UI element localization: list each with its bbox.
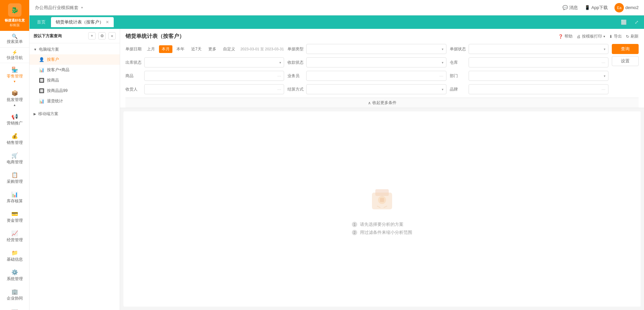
tab-close-icon[interactable]: ✕ — [106, 20, 109, 24]
marketing-label: 营销推广 — [7, 120, 23, 126]
settlement-input[interactable]: ▾ — [306, 84, 446, 94]
date-btn-last-7[interactable]: 近7天 — [189, 45, 204, 53]
collapse-panel-btn[interactable]: « — [108, 32, 116, 40]
query-button[interactable]: 查询 — [612, 44, 639, 54]
tree-section-desktop: ▼ 电脑端方案 👤 按客户 📊 按客户+商品 🔲 按商品 🔲 按商品 — [30, 43, 120, 108]
sidebar-item-retail[interactable]: 🏪 零售管理 ▼ — [0, 63, 29, 87]
tab-sales-stats[interactable]: 销货单统计表（按客户） ✕ — [51, 17, 114, 27]
sidebar-item-basic[interactable]: 📁 基础信息 — [0, 246, 29, 266]
left-panel-title: 按以下方案查询 — [34, 33, 86, 39]
settlement-arrow: ▾ — [442, 88, 443, 91]
wholesale-label: 批发管理 — [7, 97, 23, 103]
tab-minimize-icon[interactable]: ⬜ — [618, 19, 629, 25]
sidebar-item-wholesale[interactable]: 📦 批发管理 ▲ — [0, 87, 29, 110]
product-dots: ··· — [277, 73, 281, 79]
ecommerce-icon: 🛒 — [11, 152, 18, 159]
by-product-label: 按商品 — [47, 78, 59, 83]
industry-dropdown-arrow[interactable]: ▾ — [81, 6, 83, 9]
sidebar-item-marketing[interactable]: 📢 营销推广 — [0, 110, 29, 130]
date-btn-this-month[interactable]: 本月 — [159, 45, 172, 53]
message-btn[interactable]: 💬 消息 — [562, 5, 578, 11]
out-status-arrow: ▾ — [279, 61, 281, 64]
sidebar-item-purchase[interactable]: 📋 采购管理 — [0, 168, 29, 188]
collapse-button[interactable]: ∧ 收起更多条件 — [368, 100, 396, 106]
tab-fullscreen-icon[interactable]: ⤢ — [632, 19, 641, 25]
sidebar-item-finance[interactable]: 💳 资金管理 — [0, 207, 29, 227]
payment-status-label: 收款状态 — [287, 60, 304, 65]
left-panel: 按以下方案查询 + ⚙ « ▼ 电脑端方案 👤 按客户 📊 按客户+商品 — [30, 29, 120, 310]
doc-status-input[interactable]: ▾ — [469, 44, 608, 54]
sidebar-item-sales[interactable]: 💰 销售管理 — [0, 130, 29, 149]
sidebar-item-ecommerce[interactable]: 🛒 电商管理 — [0, 149, 29, 168]
help-btn[interactable]: ❓ 帮助 — [558, 34, 573, 39]
sidebar-nav[interactable]: ⚡ 快捷导航 — [0, 48, 29, 63]
staff-input[interactable]: ··· — [306, 71, 446, 81]
sidebar-item-inventory[interactable]: 📊 库存核算 — [0, 188, 29, 207]
template-print-icon: 🖨 — [577, 34, 581, 39]
filter-row-4: 收货人 ··· 结算方式 ▾ — [125, 84, 608, 94]
date-btn-custom[interactable]: 自定义 — [220, 45, 238, 53]
brand-label: 品牌 — [450, 87, 467, 92]
enterprise-label: 企业协同 — [7, 296, 23, 301]
basic-label: 基础信息 — [7, 257, 23, 262]
top-header: 办公用品行业模拟账套 ▾ 💬 消息 📱 App下载 Ea demo2 — [30, 0, 644, 15]
sidebar-item-guide[interactable]: 📖 新手引导 — [0, 305, 29, 310]
enterprise-icon: 🏢 — [11, 289, 18, 295]
sidebar-item-enterprise[interactable]: 🏢 企业协同 — [0, 285, 29, 305]
tree-group-mobile[interactable]: ▶ 移动端方案 — [30, 109, 120, 119]
filter-staff: 业务员 ··· — [287, 71, 446, 81]
return-stats-label: 退货统计 — [47, 98, 63, 104]
tree-item-by-product[interactable]: 🔲 按商品 — [30, 75, 120, 86]
user-menu[interactable]: Ea demo2 — [614, 3, 639, 12]
doc-status-arrow: ▾ — [604, 47, 605, 51]
edit-scheme-btn[interactable]: ⚙ — [98, 32, 106, 40]
template-print-btn[interactable]: 🖨 按模板打印 ▾ — [577, 34, 605, 39]
by-product-icon: 🔲 — [39, 78, 44, 83]
add-scheme-btn[interactable]: + — [88, 32, 96, 40]
avatar: Ea — [614, 3, 624, 12]
filter-area: 销货单统计表（按客户） ❓ 帮助 🖨 按模板打印 ▾ ⬇ — [120, 29, 644, 108]
date-btn-more[interactable]: 更多 — [206, 45, 219, 53]
app-download-icon: 📱 — [585, 5, 590, 10]
message-icon: 💬 — [562, 5, 568, 10]
tree-arrow-desktop: ▼ — [34, 48, 37, 51]
filter-doc-status: 单据状态 ▾ — [450, 44, 608, 54]
receiver-input[interactable]: ··· — [144, 84, 284, 94]
inventory-label: 库存核算 — [7, 198, 23, 204]
help-label: 帮助 — [565, 34, 573, 39]
settings-button[interactable]: 设置 — [612, 56, 639, 66]
out-status-label: 出库状态 — [125, 60, 142, 65]
help-icon: ❓ — [558, 34, 563, 39]
warehouse-input[interactable]: ··· — [469, 57, 608, 67]
date-btn-last-month[interactable]: 上月 — [144, 45, 158, 53]
tree-group-desktop-label: 电脑端方案 — [39, 47, 59, 52]
department-arrow: ▾ — [604, 74, 605, 78]
system-icon: ⚙️ — [11, 269, 18, 275]
by-customer-icon: 👤 — [39, 57, 44, 62]
sidebar-search[interactable]: 🔍 搜索菜单 — [0, 31, 29, 48]
user-label: demo2 — [625, 5, 639, 10]
payment-status-input[interactable]: ▾ — [306, 57, 446, 67]
sidebar-item-system[interactable]: ⚙️ 系统管理 — [0, 266, 29, 285]
app-download-btn[interactable]: 📱 App下载 — [585, 5, 608, 11]
brand-input[interactable]: ··· — [469, 84, 608, 94]
tree-item-by-product-99[interactable]: 🔲 按商品品99 — [30, 86, 120, 96]
filter-date: 单据日期 上月 本月 本年 近7天 更多 自定义 2023-03-01 至 20… — [125, 45, 284, 53]
page-title-row: 销货单统计表（按客户） ❓ 帮助 🖨 按模板打印 ▾ ⬇ — [125, 33, 639, 40]
tree-item-return-stats[interactable]: 📊 退货统计 — [30, 96, 120, 106]
tree-group-desktop[interactable]: ▼ 电脑端方案 — [30, 45, 120, 54]
department-input[interactable]: ▾ — [469, 71, 608, 81]
date-btn-this-year[interactable]: 本年 — [174, 45, 187, 53]
tab-home[interactable]: 首页 — [32, 17, 50, 27]
tree-item-customer-product[interactable]: 📊 按客户+商品 — [30, 65, 120, 75]
out-status-input[interactable]: ▾ — [144, 57, 284, 67]
refresh-btn[interactable]: ↻ 刷新 — [626, 34, 639, 39]
filter-row-3: 商品 ··· 业务员 ··· — [125, 71, 608, 81]
sidebar-item-operations[interactable]: 📈 经营管理 — [0, 227, 29, 246]
doc-type-input[interactable]: ▾ — [306, 44, 446, 54]
product-input[interactable]: ··· — [144, 71, 284, 81]
empty-state: 1 请先选择要分析的方案 2 用过滤条件来缩小分析范围 — [123, 111, 641, 307]
tree-item-by-customer[interactable]: 👤 按客户 — [30, 54, 120, 65]
retail-icon: 🏪 — [11, 66, 18, 73]
export-btn[interactable]: ⬇ 导出 — [609, 34, 622, 39]
